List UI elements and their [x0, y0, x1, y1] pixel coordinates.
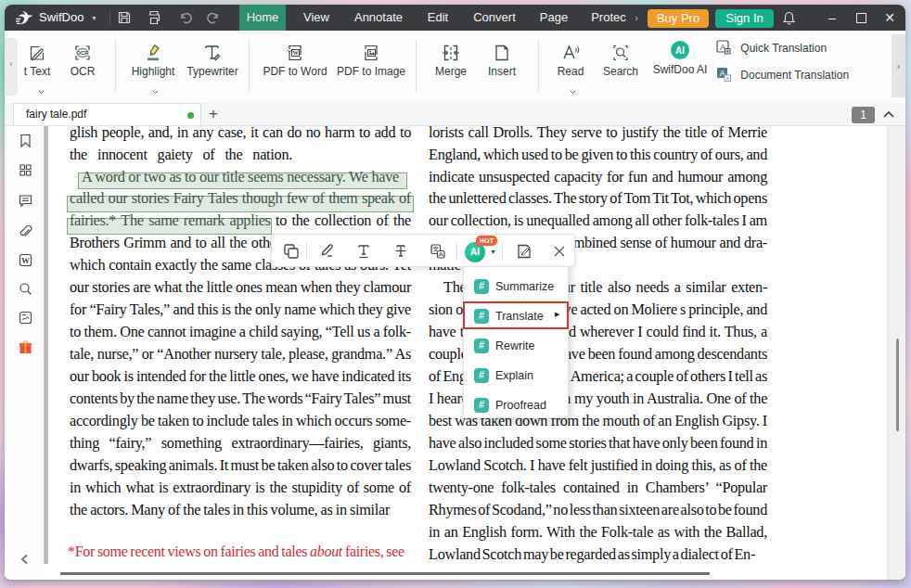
svg-text:AI: AI	[675, 45, 685, 56]
svg-text:a: a	[726, 75, 729, 81]
svg-text:OCR: OCR	[76, 50, 89, 56]
svg-text:W: W	[21, 256, 30, 265]
svg-text:W: W	[292, 49, 299, 56]
